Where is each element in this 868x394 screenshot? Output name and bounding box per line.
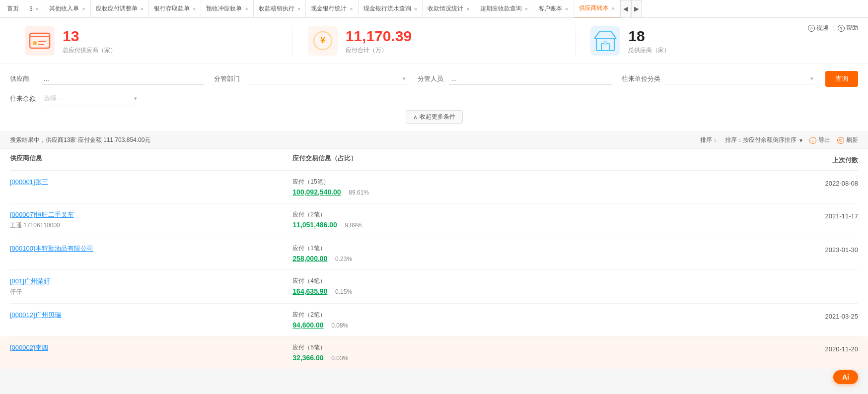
supplier-link-5[interactable]: [000012]广州贝瑞 (10, 311, 292, 320)
nav-tab-overdue-ar[interactable]: 超期应收款查询 × (475, 0, 533, 18)
nav-tab-ar-adjust[interactable]: 应收应付调整单 × (91, 0, 149, 18)
table-row: [000100]本特勤油品有限公司 应付（1笔） 258,000.00 0.23… (10, 237, 858, 270)
top-right-links: ▷ 视频 | ? 帮助 (808, 24, 858, 32)
nav-tab-vendor-book-label: 供应商账本 (579, 4, 609, 12)
close-tab-cash-flow-icon[interactable]: × (414, 6, 417, 12)
close-tab-advance-ar-icon[interactable]: × (245, 6, 248, 12)
nav-tab-3[interactable]: 3 × (24, 0, 44, 18)
trans-amount-1[interactable]: 100,092,540.00 (292, 188, 341, 196)
transaction-info-1: 应付（15笔） 100,092,540.00 89.61% (292, 178, 632, 196)
transaction-info-3: 应付（1笔） 258,000.00 0.23% (292, 244, 632, 263)
unit-class-select[interactable]: ▾ (664, 73, 816, 84)
table-area: 供应商信息 应付交易信息（占比） 上次付数 [000001]张三 应付（15笔）… (0, 149, 868, 369)
nav-tab-cash-bank-stat-label: 现金银行统计 (311, 4, 347, 13)
sort-select[interactable]: 排序：按应付余额倒序排序 ▾ (725, 136, 802, 144)
supplier-link-6[interactable]: [000002]李四 (10, 343, 292, 352)
close-tab-other-income-icon[interactable]: × (82, 6, 85, 12)
close-tab-customer-book-icon[interactable]: × (565, 6, 568, 12)
summary-bar: 13 总应付供应商（家） ¥ 11,170.39 应付合计（万） (0, 18, 868, 64)
collapse-up-icon: ∧ (413, 114, 418, 121)
balance-select[interactable]: 选择... ▾ (42, 92, 139, 105)
close-tab-cash-bank-stat-icon[interactable]: × (350, 6, 353, 12)
trans-amount-2[interactable]: 11,051,486.00 (292, 221, 337, 229)
supplier-input[interactable] (42, 73, 204, 85)
supplier-link-4[interactable]: [001]广州荣轩 (10, 277, 292, 286)
filter-area: 供应商 分管部门 ▾ 分管人员 往来单位分类 ▾ 查询 往来余额 (0, 64, 868, 132)
transaction-info-2: 应付（2笔） 11,051,486.00 9.89% (292, 210, 632, 229)
nav-prev-arrow[interactable]: ◀ (620, 0, 631, 18)
help-link[interactable]: ? 帮助 (838, 24, 858, 32)
nav-tab-customer-book[interactable]: 客户账本 × (533, 0, 574, 18)
filter-row-2: 往来余额 选择... ▾ (10, 92, 858, 105)
nav-tab-receipt-verify-label: 收款核销执行 (259, 4, 294, 13)
video-circle-icon: ▷ (808, 25, 815, 32)
nav-tab-overdue-ar-label: 超期应收款查询 (480, 4, 522, 13)
trans-pct-2: 9.89% (345, 222, 362, 229)
supplier-info-4: [001]广州荣轩 仔仔 (10, 277, 292, 296)
refresh-button[interactable]: ↻ 刷新 (837, 136, 858, 144)
trans-label-3: 应付（1笔） (292, 244, 632, 253)
nav-tab-bank-deposit[interactable]: 银行存取款单 × (149, 0, 201, 18)
refresh-label: 刷新 (846, 136, 858, 144)
supplier-link-1[interactable]: [000001]张三 (10, 178, 292, 187)
nav-tab-receipt-stat[interactable]: 收款情况统计 × (423, 0, 475, 18)
collapse-button[interactable]: ∧ 收起更多条件 (406, 110, 463, 124)
col-header-transaction: 应付交易信息（占比） (292, 154, 632, 165)
supplier-link-3[interactable]: [000100]本特勤油品有限公司 (10, 244, 292, 253)
transaction-info-6: 应付（5笔） 32,366.00 0.03% (292, 343, 632, 362)
store-icon (590, 26, 620, 56)
table-row: [001]广州荣轩 仔仔 应付（4笔） 164,635.90 0.15% (10, 270, 858, 304)
last-pay-5: 2021-03-25 (632, 311, 858, 320)
supplier-info-2: [000007]恒旺二手叉车 王通 17106110000 (10, 210, 292, 230)
close-tab-bank-deposit-icon[interactable]: × (193, 6, 196, 12)
nav-tab-receipt-verify[interactable]: 收款核销执行 × (254, 0, 306, 18)
nav-tab-other-income-label: 其他收入单 (49, 4, 79, 13)
nav-tab-cash-flow[interactable]: 现金银行流水查询 × (359, 0, 423, 18)
close-tab-receipt-verify-icon[interactable]: × (297, 6, 300, 12)
filter-person: 分管人员 (418, 73, 612, 85)
close-tab-vendor-book-icon[interactable]: × (612, 5, 615, 11)
trans-label-4: 应付（4笔） (292, 277, 632, 285)
trans-amount-5[interactable]: 94,600.00 (292, 321, 323, 329)
supplier-info-6: [000002]李四 (10, 343, 292, 352)
store-count: 18 (628, 27, 670, 45)
supplier-info-1: [000001]张三 (10, 178, 292, 187)
sort-label: 排序： (700, 136, 718, 144)
nav-tab-other-income[interactable]: 其他收入单 × (44, 0, 90, 18)
trans-amount-4[interactable]: 164,635.90 (292, 287, 327, 295)
amount-label: 应付合计（万） (346, 46, 412, 55)
nav-next-arrow[interactable]: ▶ (631, 0, 642, 18)
video-link[interactable]: ▷ 视频 (808, 24, 828, 32)
table-row: [000002]李四 应付（5笔） 32,366.00 0.03% 2020-1… (0, 336, 868, 369)
nav-tab-advance-ar-label: 预收冲应收单 (206, 4, 242, 13)
close-tab-overdue-ar-icon[interactable]: × (525, 6, 528, 12)
close-tab-ar-adjust-icon[interactable]: × (141, 6, 144, 12)
nav-tab-home[interactable]: 首页 (2, 0, 24, 18)
table-row: [000007]恒旺二手叉车 王通 17106110000 应付（2笔） 11,… (10, 203, 858, 237)
nav-tab-cash-bank-stat[interactable]: 现金银行统计 × (306, 0, 358, 18)
trans-amount-3[interactable]: 258,000.00 (292, 255, 327, 263)
nav-tab-advance-ar[interactable]: 预收冲应收单 × (201, 0, 253, 18)
trans-label-2: 应付（2笔） (292, 210, 632, 219)
close-tab-receipt-stat-icon[interactable]: × (466, 6, 469, 12)
export-button[interactable]: ↓ 导出 (809, 136, 830, 144)
unit-class-label: 往来单位分类 (622, 74, 660, 83)
dept-chevron-down-icon: ▾ (403, 75, 406, 82)
supplier-link-2[interactable]: [000007]恒旺二手叉车 (10, 210, 292, 219)
trans-amount-6[interactable]: 32,366.00 (292, 354, 323, 362)
close-tab-3-icon[interactable]: × (36, 6, 39, 12)
vendor-pay-count: 13 (63, 27, 116, 45)
supplier-sub-4: 仔仔 (10, 288, 292, 296)
nav-tab-vendor-book[interactable]: 供应商账本 × (574, 0, 620, 18)
person-input[interactable] (449, 73, 612, 85)
result-actions: 排序： 排序：按应付余额倒序排序 ▾ ↓ 导出 ↻ 刷新 (700, 136, 858, 144)
last-pay-3: 2023-01-30 (632, 244, 858, 254)
search-button[interactable]: 查询 (825, 71, 858, 87)
refresh-icon: ↻ (837, 137, 844, 144)
dept-select[interactable]: ▾ (246, 73, 408, 84)
nav-tab-ar-adjust-label: 应收应付调整单 (96, 4, 138, 13)
sort-chevron-down-icon: ▾ (799, 137, 802, 144)
svg-point-2 (33, 41, 37, 45)
amount-num: 11,170.39 (346, 27, 412, 45)
summary-content-vendor-pay: 13 总应付供应商（家） (63, 27, 116, 55)
